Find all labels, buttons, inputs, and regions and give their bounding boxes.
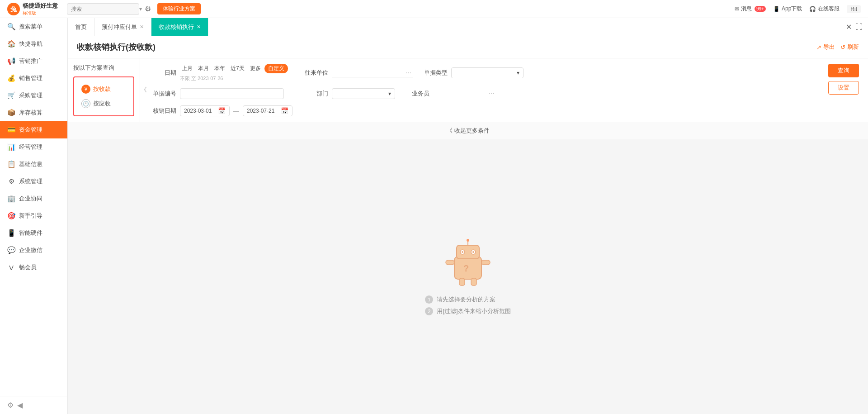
docno-input[interactable] (180, 88, 284, 99)
sidebar-item-baseinfo[interactable]: 📋 基础信息 (0, 156, 67, 173)
sidebar-item-wechat[interactable]: 💬 企业微信 (0, 242, 67, 259)
svg-text:兔: 兔 (10, 5, 17, 13)
filter-group-docno: 单据编号 (149, 88, 294, 99)
filter-row-1: 日期 上月 本月 本年 近7天 更多 自定义 不限 至 (149, 64, 859, 82)
counterpart-input[interactable]: ··· (332, 69, 413, 77)
tab-close-all-icon[interactable]: ✕ (846, 23, 852, 31)
sidebar-item-quick-nav[interactable]: 🏠 快捷导航 (0, 35, 67, 52)
sidebar-item-marketing[interactable]: 📢 营销推广 (0, 52, 67, 70)
home-icon: 🏠 (7, 40, 15, 48)
svg-text:?: ? (463, 263, 469, 273)
headphone-icon: 🎧 (809, 6, 816, 12)
inventory-icon: 📦 (7, 109, 15, 117)
svg-point-9 (467, 239, 469, 242)
shortcut-this-month[interactable]: 本月 (196, 64, 211, 73)
sidebar-collapse-icon[interactable]: ◀ (17, 401, 23, 409)
sidebar-bottom: ⚙ ◀ (0, 396, 67, 414)
doctype-dropdown-icon: ▾ (517, 70, 519, 76)
doctype-select[interactable]: ▾ (451, 67, 524, 78)
empty-hints: 1 请先选择要分析的方案 2 用[过滤]条件来缩小分析范围 (425, 295, 510, 315)
tab-bar: 首页 预付冲应付单 ✕ 收款核销执行 ✕ ✕ ⛶ (68, 18, 868, 36)
date-label: 日期 (149, 69, 176, 77)
wechat-icon: 💬 (7, 246, 15, 254)
hint-num-1: 1 (425, 295, 433, 304)
tab-receipt-verify[interactable]: 收款核销执行 ✕ (151, 18, 208, 36)
sidebar-item-inventory[interactable]: 📦 库存核算 (0, 104, 67, 121)
tab-prepay[interactable]: 预付冲应付单 ✕ (94, 18, 151, 36)
sidebar: 🔍 搜索菜单 🏠 快捷导航 📢 营销推广 💰 销售管理 🛒 采购管理 📦 库存核… (0, 18, 68, 414)
industry-button[interactable]: 体验行业方案 (157, 3, 201, 14)
page-content: 收款核销执行(按收款) ↗ 导出 ↺ 刷新 按以下方案查询 (68, 36, 868, 414)
receivable-icon: 🕐 (81, 99, 90, 108)
sidebar-item-system[interactable]: ⚙ 系统管理 (0, 173, 67, 190)
svg-rect-14 (471, 278, 476, 286)
svg-rect-13 (459, 278, 465, 286)
refresh-button[interactable]: ↺ 刷新 (840, 43, 859, 51)
calendar-end-icon: 📅 (281, 107, 288, 114)
page-header-actions: ↗ 导出 ↺ 刷新 (816, 43, 859, 51)
empty-state: ? 1 请先选择要分析的方案 2 用[过滤]条件来缩小分析范围 (68, 139, 868, 414)
sales-icon: 💰 (7, 74, 15, 82)
message-button[interactable]: ✉ 消息 99+ (735, 5, 766, 13)
sidebar-item-sales[interactable]: 💰 销售管理 (0, 70, 67, 87)
tab-bar-right: ✕ ⛶ (840, 18, 868, 36)
sidebar-item-hardware[interactable]: 📱 智能硬件 (0, 224, 67, 242)
filter-group-verify-date: 核销日期 2023-03-01 📅 — 2023-07-21 📅 (149, 105, 294, 116)
filter-by-receipt[interactable]: ¥ 按收款 (78, 82, 130, 96)
date-hint: 不限 至 2023-07-26 (180, 75, 288, 82)
query-button[interactable]: 查询 (828, 64, 859, 77)
sidebar-item-enterprise[interactable]: 🏢 企业协同 (0, 190, 67, 207)
search-input[interactable] (67, 3, 139, 15)
filter-left-panel: 按以下方案查询 ¥ 按收款 🕐 按应收 《 (68, 58, 140, 122)
finance-icon: 💳 (7, 126, 15, 134)
date-shortcuts: 上月 本月 本年 近7天 更多 自定义 (180, 64, 288, 73)
logo-icon: 兔 (7, 3, 20, 15)
filter-row-3: 核销日期 2023-03-01 📅 — 2023-07-21 📅 (149, 105, 859, 116)
shortcut-more[interactable]: 更多 (248, 64, 263, 73)
tab-close-prepay[interactable]: ✕ (140, 24, 144, 30)
operation-icon: 📊 (7, 143, 15, 151)
filter-area: 按以下方案查询 ¥ 按收款 🕐 按应收 《 (68, 58, 868, 122)
department-label: 部门 (301, 90, 328, 98)
svg-point-7 (472, 251, 474, 253)
logo-text: 畅捷通好生意 标准版 (23, 2, 58, 16)
export-button[interactable]: ↗ 导出 (816, 43, 835, 51)
counterpart-label: 往来单位 (301, 69, 328, 77)
sidebar-item-operation[interactable]: 📊 经营管理 (0, 138, 67, 156)
filter-by-receivable[interactable]: 🕐 按应收 (78, 96, 130, 111)
filter-group-counterpart: 往来单位 ··· (301, 69, 413, 77)
hardware-icon: 📱 (7, 229, 15, 237)
shortcut-custom[interactable]: 自定义 (264, 64, 288, 73)
empty-hint-2: 2 用[过滤]条件来缩小分析范围 (425, 307, 510, 315)
collapse-conditions-button[interactable]: 《 收起更多条件 (447, 127, 490, 135)
verify-date-label: 核销日期 (149, 107, 176, 115)
staff-input[interactable]: ··· (433, 90, 496, 98)
shortcut-last-month[interactable]: 上月 (180, 64, 194, 73)
sidebar-item-beginner[interactable]: 🎯 新手引导 (0, 207, 67, 224)
department-select[interactable]: ▾ (332, 88, 395, 99)
sidebar-item-purchase[interactable]: 🛒 采购管理 (0, 87, 67, 104)
verify-date-end[interactable]: 2023-07-21 📅 (243, 105, 292, 116)
filter-right-panel: 日期 上月 本月 本年 近7天 更多 自定义 不限 至 (140, 58, 868, 122)
topbar-right: ✉ 消息 99+ 📱 App下载 🎧 在线客服 Rit (735, 5, 861, 13)
sidebar-item-finance[interactable]: 💳 资金管理 (0, 121, 67, 138)
staff-label: 业务员 (402, 90, 429, 98)
tab-expand-icon[interactable]: ⛶ (855, 23, 863, 31)
filter-group-date: 日期 上月 本月 本年 近7天 更多 自定义 不限 至 (149, 64, 294, 82)
message-icon: ✉ (735, 6, 739, 12)
sidebar-item-search[interactable]: 🔍 搜索菜单 (0, 18, 67, 35)
settings-icon[interactable]: ⚙ (142, 3, 154, 15)
verify-date-start[interactable]: 2023-03-01 📅 (180, 105, 230, 116)
sidebar-settings-icon[interactable]: ⚙ (7, 401, 14, 409)
filter-settings-button[interactable]: 设置 (828, 81, 859, 95)
online-service-button[interactable]: 🎧 在线客服 (809, 5, 840, 13)
shortcut-this-year[interactable]: 本年 (212, 64, 227, 73)
app-download-button[interactable]: 📱 App下载 (773, 5, 802, 13)
shortcut-7days[interactable]: 近7天 (229, 64, 246, 73)
filter-group-doctype: 单据类型 ▾ (420, 67, 524, 78)
sidebar-item-vip[interactable]: V 畅会员 (0, 259, 67, 276)
tab-close-receipt-verify[interactable]: ✕ (197, 24, 201, 30)
filter-group-department: 部门 ▾ (301, 88, 395, 99)
tab-home[interactable]: 首页 (68, 18, 94, 36)
refresh-icon: ↺ (840, 44, 845, 51)
